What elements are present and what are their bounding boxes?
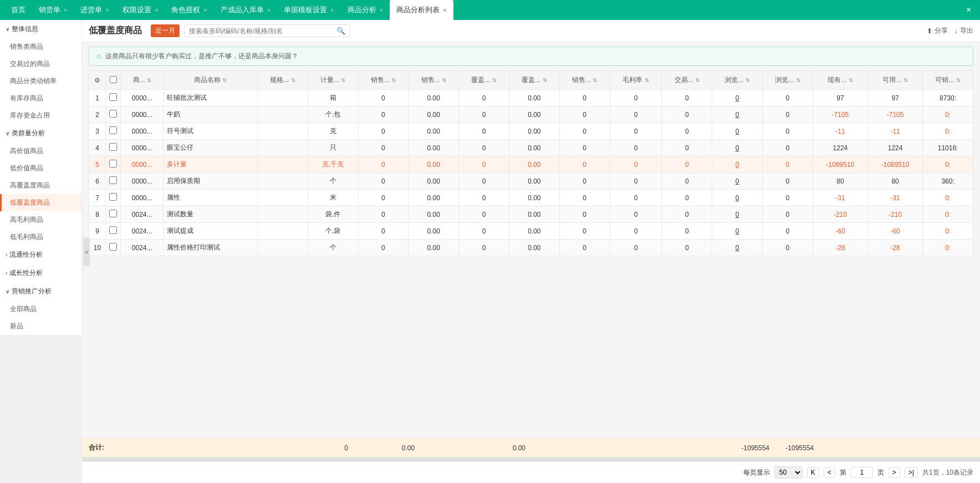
row-select-checkbox[interactable] <box>109 210 117 217</box>
close-icon[interactable]: × <box>443 7 446 13</box>
sidebar-item-new-goods[interactable]: 新品 <box>0 318 81 335</box>
sidebar-section-circulation[interactable]: › 流通性分析 <box>0 246 81 264</box>
gross-column-header[interactable]: 毛利率 ⇅ <box>610 71 662 90</box>
export-button[interactable]: ↓ 导出 <box>955 26 973 35</box>
nav-template[interactable]: 单据模板设置 × <box>277 0 340 20</box>
close-icon[interactable]: × <box>155 7 158 13</box>
row-view1[interactable]: 0 <box>712 240 763 256</box>
row-checkbox-cell[interactable] <box>106 123 121 140</box>
row-view1[interactable]: 0 <box>712 90 763 106</box>
cov2-column-header[interactable]: 覆盖... ⇅ <box>509 71 559 90</box>
view1-column-header[interactable]: 浏览... ⇅ <box>712 71 763 90</box>
nav-role[interactable]: 角色授权 × <box>165 0 213 20</box>
row-select-checkbox[interactable] <box>109 226 117 234</box>
row-checkbox-cell[interactable] <box>106 206 121 223</box>
time-filter-button[interactable]: 近一月 <box>151 24 180 37</box>
row-view1[interactable]: 0 <box>712 223 763 240</box>
nav-sales[interactable]: 销货单 × <box>32 0 74 20</box>
per-page-select[interactable]: 50 100 200 <box>774 466 803 479</box>
sidebar-item-traded-goods[interactable]: 交易过的商品 <box>0 55 81 73</box>
row-select-checkbox[interactable] <box>109 143 117 151</box>
row-view1[interactable]: 0 <box>712 190 763 206</box>
sidebar-section-group[interactable]: ∨ 类群量分析 <box>0 124 81 143</box>
row-select-checkbox[interactable] <box>109 243 117 251</box>
row-checkbox-cell[interactable] <box>106 140 121 156</box>
name-column-header[interactable]: 商品名称 ⇅ <box>164 71 258 90</box>
close-icon[interactable]: × <box>267 7 270 13</box>
row-view1[interactable]: 0 <box>712 106 763 123</box>
row-trade: 0 <box>662 156 712 173</box>
row-checkbox-cell[interactable] <box>106 106 121 123</box>
available-column-header[interactable]: 可用... ⇅ <box>868 71 923 90</box>
row-select-checkbox[interactable] <box>109 176 117 184</box>
row-checkbox-cell[interactable] <box>106 173 121 190</box>
last-page-button[interactable]: >| <box>905 467 918 478</box>
sidebar-item-all-goods[interactable]: 全部商品 <box>0 301 81 318</box>
row-checkbox-cell[interactable] <box>106 190 121 206</box>
row-select-checkbox[interactable] <box>109 110 117 118</box>
sidebar-item-low-coverage[interactable]: 低覆盖度商品 <box>0 194 81 211</box>
select-all-checkbox[interactable] <box>110 76 117 83</box>
prev-page-button[interactable]: < <box>824 467 835 478</box>
cov1-column-header[interactable]: 覆盖... ⇅ <box>459 71 509 90</box>
settings-icon[interactable]: ⚙ <box>94 77 100 84</box>
row-select-checkbox[interactable] <box>109 93 117 101</box>
nav-product-analysis-list[interactable]: 商品分析列表 × <box>390 0 453 20</box>
current-column-header[interactable]: 现有... ⇅ <box>813 71 867 90</box>
share-button[interactable]: ⬆ 分享 <box>927 26 948 35</box>
table-container[interactable]: ⚙ 商... ⇅ 商品名称 ⇅ 规格... ⇅ 计量... ⇅ 销售... ⇅ … <box>82 70 980 438</box>
sidebar-item-high-profit[interactable]: 高毛利商品 <box>0 211 81 228</box>
sales-qty-column-header[interactable]: 销售... ⇅ <box>358 71 409 90</box>
sidebar-item-high-value[interactable]: 高价值商品 <box>0 143 81 160</box>
sidebar-section-growth[interactable]: › 成长性分析 <box>0 264 81 282</box>
sales-amt-column-header[interactable]: 销售... ⇅ <box>409 71 459 90</box>
close-icon[interactable]: × <box>330 7 334 13</box>
sidebar-item-high-coverage[interactable]: 高覆盖度商品 <box>0 177 81 194</box>
sidebar-section-overall[interactable]: ∨ 整体信息 <box>0 20 81 38</box>
row-view2: 0 <box>763 90 813 106</box>
spec-column-header[interactable]: 规格... ⇅ <box>257 71 308 90</box>
page-number-input[interactable] <box>851 467 873 478</box>
code-column-header[interactable]: 商... ⇅ <box>121 71 164 90</box>
sidebar-item-in-stock[interactable]: 有库存商品 <box>0 90 81 107</box>
horizontal-scrollbar[interactable] <box>82 457 980 461</box>
close-icon[interactable]: × <box>203 7 207 13</box>
view2-column-header[interactable]: 浏览... ⇅ <box>763 71 813 90</box>
row-checkbox-cell[interactable] <box>106 240 121 256</box>
sellable-column-header[interactable]: 可销... ⇅ <box>923 71 973 90</box>
sidebar-item-category-rate[interactable]: 商品分类动销率 <box>0 73 81 90</box>
nav-permission[interactable]: 权限设置 × <box>116 0 165 20</box>
settings-column-header[interactable]: ⚙ <box>89 71 106 90</box>
row-checkbox-cell[interactable] <box>106 223 121 240</box>
row-view1[interactable]: 0 <box>712 206 763 223</box>
nav-product-analysis[interactable]: 商品分析 × <box>341 0 390 20</box>
row-view1[interactable]: 0 <box>712 123 763 140</box>
row-checkbox-cell[interactable] <box>106 156 121 173</box>
unit-column-header[interactable]: 计量... ⇅ <box>308 71 358 90</box>
sidebar-item-low-value[interactable]: 低价值商品 <box>0 160 81 177</box>
search-input[interactable] <box>189 27 336 35</box>
close-icon[interactable]: × <box>380 7 383 13</box>
close-icon[interactable]: × <box>105 7 109 13</box>
sidebar-section-marketing[interactable]: ∨ 营销推广分析 <box>0 282 81 301</box>
first-page-button[interactable]: K <box>807 467 819 478</box>
row-select-checkbox[interactable] <box>109 160 117 167</box>
row-name: 测试数量 <box>164 206 258 223</box>
nav-home[interactable]: 首页 <box>4 0 32 20</box>
next-page-button[interactable]: > <box>889 467 900 478</box>
trade-column-header[interactable]: 交易... ⇅ <box>662 71 712 90</box>
sidebar-item-stock-capital[interactable]: 库存资金占用 <box>0 107 81 124</box>
sidebar-item-sales-goods[interactable]: 销售类商品 <box>0 38 81 55</box>
row-view1[interactable]: 0 <box>712 140 763 156</box>
close-icon[interactable]: × <box>64 7 67 13</box>
row-view1[interactable]: 0 <box>712 173 763 190</box>
close-all-button[interactable]: × <box>962 5 976 15</box>
row-view1[interactable]: 0 <box>712 156 763 173</box>
nav-purchase[interactable]: 进货单 × <box>74 0 115 20</box>
sales3-column-header[interactable]: 销售... ⇅ <box>559 71 610 90</box>
row-select-checkbox[interactable] <box>109 126 117 134</box>
sidebar-item-low-profit[interactable]: 低毛利商品 <box>0 228 81 246</box>
nav-product-stock[interactable]: 产成品入库单 × <box>214 0 277 20</box>
row-select-checkbox[interactable] <box>109 193 117 201</box>
row-checkbox-cell[interactable] <box>106 90 121 106</box>
